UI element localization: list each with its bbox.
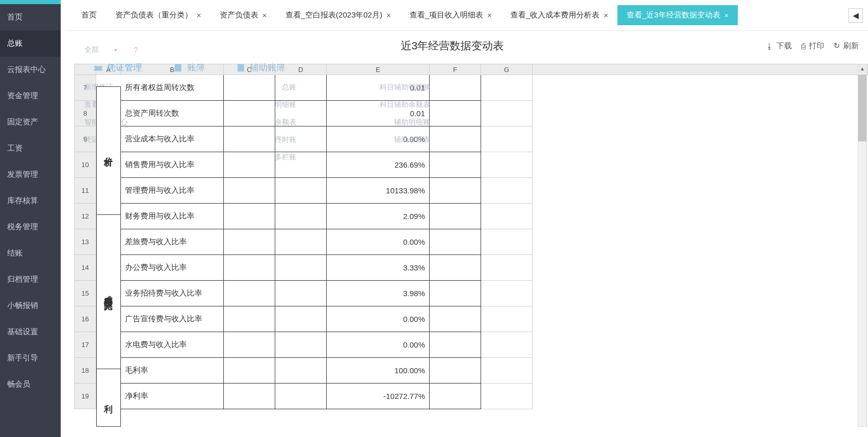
col-header-e[interactable]: E — [327, 64, 430, 75]
close-icon[interactable]: × — [386, 11, 391, 20]
cell[interactable] — [224, 204, 275, 229]
sidebar-item-7[interactable]: 库存核算 — [0, 188, 61, 214]
cell[interactable]: 3.33% — [327, 255, 430, 281]
cell[interactable]: 管理费用与收入比率 — [121, 178, 224, 204]
vertical-scrollbar[interactable]: ▲ — [858, 64, 867, 427]
cell[interactable] — [224, 306, 275, 332]
cell[interactable] — [481, 126, 533, 152]
cell[interactable] — [224, 126, 275, 152]
row-number[interactable]: 11 — [75, 178, 96, 204]
cell[interactable] — [224, 229, 275, 255]
tab-1[interactable]: 资产负债表（重分类）× — [106, 5, 210, 25]
cell[interactable] — [224, 255, 275, 281]
cell[interactable]: 0.00% — [327, 332, 430, 358]
cell[interactable] — [430, 75, 481, 101]
tab-0[interactable]: 首页 — [72, 5, 106, 25]
cell[interactable] — [224, 101, 275, 126]
cell[interactable] — [275, 306, 327, 332]
cell[interactable] — [430, 384, 481, 409]
cell[interactable]: 营业成本与收入比率 — [121, 126, 224, 152]
cell[interactable] — [481, 281, 533, 306]
cell[interactable]: 0.01 — [327, 101, 430, 126]
row-number[interactable]: 19 — [75, 384, 96, 409]
sidebar-item-10[interactable]: 归档管理 — [0, 266, 61, 293]
cell[interactable]: 广告宣传费与收入比率 — [121, 306, 224, 332]
cell[interactable]: 0.00% — [327, 229, 430, 255]
cell[interactable]: -10272.77% — [327, 384, 430, 409]
merged-cell-a-group3[interactable]: 利 — [96, 369, 121, 427]
cell[interactable] — [430, 255, 481, 281]
tab-4[interactable]: 查看_项目收入明细表× — [400, 5, 501, 25]
cell[interactable]: 办公费与收入比率 — [121, 255, 224, 281]
cell[interactable] — [481, 255, 533, 281]
sidebar-item-14[interactable]: 畅会员 — [0, 371, 61, 397]
cell[interactable] — [275, 255, 327, 281]
cell[interactable] — [275, 152, 327, 178]
cell[interactable]: 3.98% — [327, 281, 430, 306]
tab-5[interactable]: 查看_收入成本费用分析表× — [501, 5, 617, 25]
sidebar-item-0[interactable]: 首页 — [0, 4, 61, 30]
cell[interactable] — [224, 281, 275, 306]
sidebar-item-12[interactable]: 基础设置 — [0, 319, 61, 345]
cell[interactable] — [224, 178, 275, 204]
cell[interactable] — [430, 101, 481, 126]
cell[interactable] — [430, 178, 481, 204]
refresh-button[interactable]: ↻ 刷新 — [834, 41, 859, 51]
cell[interactable] — [430, 229, 481, 255]
scroll-thumb[interactable] — [858, 75, 866, 141]
row-number[interactable]: 18 — [75, 358, 96, 384]
cell[interactable]: 10133.98% — [327, 178, 430, 204]
col-header-f[interactable]: F — [430, 64, 481, 75]
tab-6[interactable]: 查看_近3年经营数据变动表× — [617, 5, 738, 25]
cell[interactable] — [275, 229, 327, 255]
cell[interactable]: 0.00% — [327, 306, 430, 332]
cell[interactable] — [275, 204, 327, 229]
sidebar-item-6[interactable]: 发票管理 — [0, 161, 61, 188]
cell[interactable] — [275, 281, 327, 306]
row-number[interactable]: 14 — [75, 255, 96, 281]
cell[interactable] — [224, 358, 275, 384]
cell[interactable]: 净利率 — [121, 384, 224, 409]
tab-scroll-left-button[interactable]: ◀ — [848, 8, 863, 23]
cell[interactable] — [275, 75, 327, 101]
cell[interactable] — [430, 204, 481, 229]
cell[interactable] — [481, 332, 533, 358]
close-icon[interactable]: × — [262, 11, 267, 20]
cell[interactable]: 差旅费与收入比率 — [121, 229, 224, 255]
cell[interactable] — [481, 75, 533, 101]
row-number[interactable]: 17 — [75, 332, 96, 358]
sidebar-item-11[interactable]: 小畅报销 — [0, 293, 61, 319]
cell[interactable]: 2.09% — [327, 204, 430, 229]
row-number[interactable]: 12 — [75, 204, 96, 229]
cell[interactable]: 所有者权益周转次数 — [121, 75, 224, 101]
row-number[interactable]: 13 — [75, 229, 96, 255]
cell[interactable]: 毛利率 — [121, 358, 224, 384]
cell[interactable]: 财务费用与收入比率 — [121, 204, 224, 229]
cell[interactable] — [481, 306, 533, 332]
cell[interactable] — [430, 358, 481, 384]
cell[interactable] — [430, 152, 481, 178]
col-header-b[interactable]: B — [121, 64, 224, 75]
cell[interactable] — [430, 281, 481, 306]
cell[interactable] — [481, 384, 533, 409]
tab-3[interactable]: 查看_空白报表(2023年02月)× — [276, 5, 400, 25]
close-icon[interactable]: × — [487, 11, 492, 20]
sidebar-item-4[interactable]: 固定资产 — [0, 109, 61, 135]
corner-cell[interactable] — [75, 64, 96, 75]
cell[interactable]: 销售费用与收入比率 — [121, 152, 224, 178]
cell[interactable] — [275, 126, 327, 152]
cell[interactable] — [430, 332, 481, 358]
cell[interactable]: 水电费与收入比率 — [121, 332, 224, 358]
tab-2[interactable]: 资产负债表× — [210, 5, 276, 25]
cell[interactable]: 业务招待费与收入比率 — [121, 281, 224, 306]
sidebar-item-1[interactable]: 总账 — [0, 30, 61, 57]
row-number[interactable]: 9 — [75, 126, 96, 152]
row-number[interactable]: 10 — [75, 152, 96, 178]
cell[interactable] — [224, 152, 275, 178]
col-header-d[interactable]: D — [275, 64, 327, 75]
sidebar-item-13[interactable]: 新手引导 — [0, 345, 61, 371]
cell[interactable] — [275, 101, 327, 126]
cell[interactable] — [275, 332, 327, 358]
cell[interactable]: 236.69% — [327, 152, 430, 178]
merged-cell-a-group2[interactable]: 成本费用收入比 — [96, 215, 121, 369]
